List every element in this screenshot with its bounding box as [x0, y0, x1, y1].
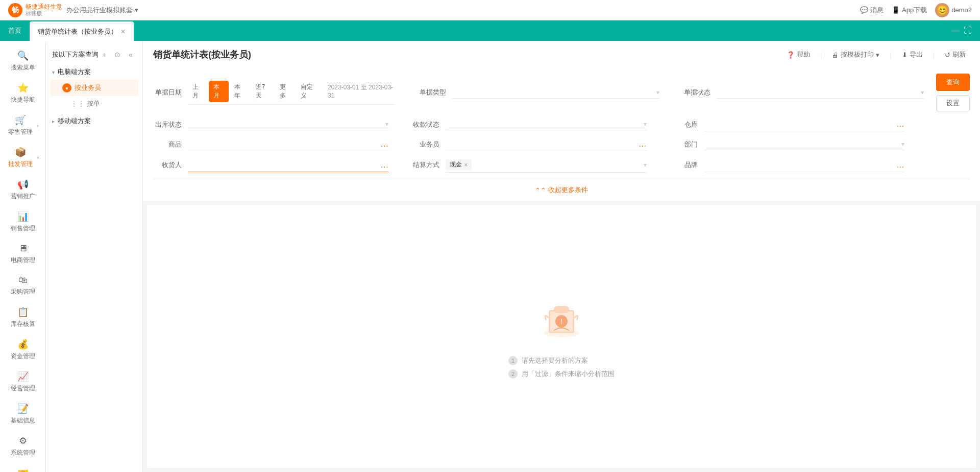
- collapse-panel-btn[interactable]: «: [125, 49, 136, 60]
- dept-dropdown-icon: ▾: [901, 140, 904, 148]
- sidebar-item-system[interactable]: ⚙ 系统管理: [0, 430, 45, 462]
- date-btn-7days[interactable]: 近7天: [251, 81, 274, 102]
- settlement-tag: 现金 ×: [446, 159, 472, 170]
- inventory-icon: 📋: [17, 306, 29, 318]
- app-download-action[interactable]: 📱 App下载: [892, 6, 927, 15]
- settings-button[interactable]: 设置: [936, 95, 970, 111]
- goods-dots[interactable]: …: [380, 139, 388, 149]
- brand-dots[interactable]: …: [896, 160, 904, 170]
- settlement-dropdown[interactable]: 现金 × ▾: [446, 157, 646, 173]
- purchase-icon: 🛍: [18, 275, 28, 286]
- ecommerce-icon: 🖥: [18, 243, 28, 254]
- retail-icon: 🛒: [15, 114, 26, 126]
- tip-num-2: 2: [508, 369, 518, 379]
- type-dropdown[interactable]: ▾: [452, 87, 659, 99]
- print-arrow-icon: ▾: [876, 51, 879, 59]
- filter-row-4: 收货人 … 结算方式 现金 × ▾ 品牌: [153, 157, 970, 173]
- svg-text:!: !: [560, 317, 562, 325]
- sidebar-item-inventory[interactable]: 📋 库存核算: [0, 301, 45, 334]
- date-btn-this-month[interactable]: 本月: [209, 81, 229, 102]
- left-panel-header: 按以下方案查询 + ⊙ «: [46, 45, 142, 64]
- date-label: 单据日期: [153, 88, 182, 97]
- help-btn[interactable]: ❓ 帮助: [782, 48, 814, 61]
- salesperson-dots[interactable]: …: [639, 139, 647, 149]
- main-layout: 🔍 搜索菜单 ⭐ 快捷导航 🛒 零售管理 ▸ 📦 批发管理 ▾ 📢 营销推广: [0, 41, 980, 472]
- salesperson-input-wrap: …: [446, 137, 646, 151]
- tab-close-icon[interactable]: ✕: [120, 28, 126, 35]
- date-btn-more[interactable]: 更多: [275, 81, 295, 102]
- help-icon: ❓: [787, 51, 795, 59]
- date-btn-custom[interactable]: 自定义: [296, 81, 322, 102]
- settlement-tag-close[interactable]: ×: [464, 161, 468, 169]
- sidebar-item-marketing[interactable]: 📢 营销推广: [0, 174, 45, 206]
- tab-maximize-icon[interactable]: ⛶: [964, 26, 972, 35]
- pay-status-label: 收款状态: [411, 120, 439, 129]
- sidebar-item-quicknav[interactable]: ⭐ 快捷导航: [0, 77, 45, 109]
- warehouse-label: 仓库: [669, 120, 698, 129]
- wholesale-icon: 📦: [15, 147, 26, 158]
- sidebar-item-purchase[interactable]: 🛍 采购管理: [0, 270, 45, 301]
- app-icon: 📱: [892, 6, 900, 14]
- out-status-dropdown[interactable]: ▾: [188, 119, 388, 130]
- pay-status-dropdown[interactable]: ▾: [446, 119, 646, 130]
- sidebar-item-ecommerce[interactable]: 🖥 电商管理: [0, 238, 45, 270]
- by-salesperson-icon: ●: [62, 83, 71, 92]
- tree-expand-arrow-icon: ▾: [52, 69, 55, 75]
- date-btn-last-month[interactable]: 上月: [188, 81, 208, 102]
- tree-group-mobile-title[interactable]: ▸ 移动端方案: [50, 113, 138, 129]
- sidebar-item-finance[interactable]: 💰 资金管理: [0, 334, 45, 366]
- tab-home[interactable]: 首页: [0, 20, 30, 41]
- filter-row-1: 单据日期 上月 本月 本年 近7天 更多 自定义 2023-03-01 至 20…: [153, 74, 970, 111]
- action-buttons: 查询 设置: [936, 74, 970, 111]
- dept-dropdown[interactable]: ▾: [704, 138, 904, 150]
- avatar: 😊: [935, 3, 949, 17]
- sidebar-item-search[interactable]: 🔍 搜索菜单: [0, 45, 45, 77]
- retail-arrow-icon: ▸: [37, 123, 39, 128]
- tab-minimize-icon[interactable]: —: [951, 26, 960, 35]
- search-menu-icon: 🔍: [17, 50, 29, 61]
- sidebar-item-operation[interactable]: 📈 经营管理: [0, 366, 45, 398]
- collapse-row: ⌃⌃ 收起更多条件: [153, 179, 970, 201]
- tree-item-by-order[interactable]: ⋮⋮ 按单: [50, 96, 138, 111]
- message-action[interactable]: 💬 消息: [860, 6, 884, 15]
- basicinfo-icon: 📝: [17, 403, 29, 414]
- query-button[interactable]: 查询: [936, 74, 970, 91]
- logo-text: 畅捷通好生意 标账版: [26, 3, 62, 17]
- collapse-button[interactable]: ⌃⌃ 收起更多条件: [529, 183, 594, 197]
- goods-label: 商品: [153, 140, 182, 149]
- sidebar-item-retail[interactable]: 🛒 零售管理 ▸: [0, 109, 45, 141]
- refresh-btn[interactable]: ↺ 刷新: [941, 48, 970, 61]
- print-btn[interactable]: 🖨 按模板打印 ▾: [828, 48, 884, 61]
- tree-group-mobile: ▸ 移动端方案: [46, 111, 142, 131]
- edit-scheme-btn[interactable]: ⊙: [112, 49, 123, 60]
- tree-item-by-salesperson[interactable]: ● 按业务员: [50, 80, 138, 96]
- workspace-arrow-icon: ▾: [135, 6, 138, 14]
- add-scheme-btn[interactable]: +: [99, 49, 110, 60]
- tab-bar: 首页 销货单统计表（按业务员） ✕ — ⛶: [0, 20, 980, 41]
- tree-group-desktop-title[interactable]: ▾ 电脑端方案: [50, 64, 138, 80]
- sidebar-item-sales[interactable]: 📊 销售管理: [0, 206, 45, 238]
- empty-tips: 1 请先选择要分析的方案 2 用「过滤」条件来缩小分析范围: [508, 356, 615, 379]
- content-area: 销货单统计表(按业务员) ❓ 帮助 | 🖨 按模板打印 ▾ | ⬇: [143, 41, 980, 472]
- brand-label: 品牌: [669, 160, 698, 170]
- tab-sales-stats[interactable]: 销货单统计表（按业务员） ✕: [30, 21, 134, 42]
- export-btn[interactable]: ⬇ 导出: [898, 48, 927, 61]
- refresh-icon: ↺: [945, 51, 950, 59]
- status-dropdown[interactable]: ▾: [717, 87, 924, 99]
- pay-status-dropdown-icon: ▾: [644, 121, 647, 128]
- sidebar-item-basicinfo[interactable]: 📝 基础信息: [0, 398, 45, 430]
- receiver-dots[interactable]: …: [380, 160, 388, 170]
- warehouse-dots[interactable]: …: [896, 120, 904, 129]
- sidebar-item-corp[interactable]: 🤝 企业协同: [0, 462, 45, 472]
- workspace-selector[interactable]: 办公用品行业模拟账套 ▾: [66, 6, 138, 15]
- tree-group-desktop: ▾ 电脑端方案 ● 按业务员 ⋮⋮ 按单: [46, 64, 142, 111]
- sidebar-item-wholesale[interactable]: 📦 批发管理 ▾: [0, 141, 45, 174]
- sidebar: 🔍 搜索菜单 ⭐ 快捷导航 🛒 零售管理 ▸ 📦 批发管理 ▾ 📢 营销推广: [0, 41, 46, 472]
- receiver-input-wrap: …: [188, 158, 388, 172]
- empty-state: ! 1 请先选择要分析的方案 2 用「过滤」条件来缩小分析范围: [147, 205, 976, 468]
- date-btn-this-year[interactable]: 本年: [230, 81, 250, 102]
- operation-icon: 📈: [17, 371, 29, 382]
- svg-rect-3: [554, 306, 569, 313]
- logo-area: 畅 畅捷通好生意 标账版: [8, 3, 62, 17]
- user-action[interactable]: 😊 demo2: [935, 3, 972, 17]
